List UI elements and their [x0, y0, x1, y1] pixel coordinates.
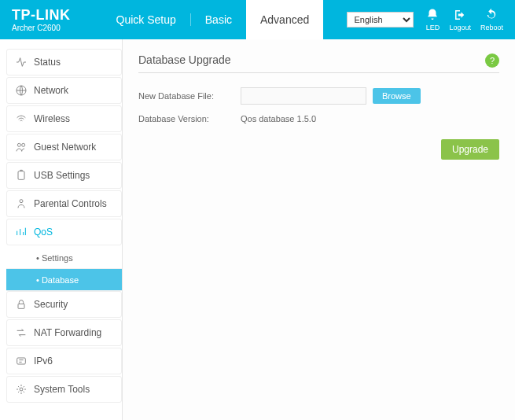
sidebar-item-parental-controls[interactable]: Parental Controls	[6, 190, 122, 217]
globe-icon	[15, 84, 28, 97]
sidebar-item-ipv6[interactable]: IPv6	[6, 348, 122, 374]
tab-quick-setup[interactable]: Quick Setup	[102, 0, 190, 39]
svg-rect-6	[17, 358, 26, 364]
svg-point-7	[20, 388, 23, 391]
led-button[interactable]: LED	[425, 8, 440, 31]
file-label: New Database File:	[138, 91, 241, 101]
browse-button[interactable]: Browse	[373, 88, 421, 104]
reboot-icon	[484, 8, 498, 22]
header-icons: LED Logout Reboot	[425, 8, 503, 31]
lock-icon	[15, 298, 28, 311]
tab-basic[interactable]: Basic	[191, 0, 246, 39]
sidebar-item-status[interactable]: Status	[6, 49, 122, 76]
sidebar-item-system-tools[interactable]: System Tools	[6, 376, 122, 403]
file-row: New Database File: Browse	[138, 87, 499, 105]
file-input[interactable]	[241, 87, 366, 105]
nat-icon	[15, 326, 28, 339]
version-value: Qos database 1.5.0	[241, 114, 316, 123]
gear-icon	[15, 383, 28, 396]
logout-button[interactable]: Logout	[449, 8, 471, 31]
usb-icon	[15, 169, 28, 182]
wifi-icon	[15, 112, 28, 125]
content: ? Database Upgrade New Database File: Br…	[123, 39, 515, 420]
bell-icon	[425, 8, 440, 22]
sidebar: Status Network Wireless Guest Network US…	[0, 39, 123, 420]
parental-icon	[15, 197, 28, 210]
qos-icon	[15, 226, 28, 238]
sidebar-item-wireless[interactable]: Wireless	[6, 105, 122, 132]
svg-point-4	[20, 200, 23, 203]
status-icon	[15, 56, 28, 68]
main: Status Network Wireless Guest Network US…	[0, 39, 515, 420]
guest-icon	[15, 141, 28, 153]
sidebar-item-usb-settings[interactable]: USB Settings	[6, 162, 122, 189]
brand-model: Archer C2600	[12, 24, 71, 32]
brand: TP-LINK Archer C2600	[12, 7, 71, 32]
help-icon[interactable]: ?	[485, 53, 499, 68]
svg-rect-5	[18, 304, 24, 308]
sidebar-item-guest-network[interactable]: Guest Network	[6, 134, 122, 160]
svg-point-2	[22, 143, 25, 146]
upgrade-button[interactable]: Upgrade	[441, 139, 499, 160]
svg-rect-3	[18, 171, 24, 180]
language-select[interactable]: English	[347, 12, 414, 28]
tab-advanced[interactable]: Advanced	[246, 0, 323, 39]
reboot-button[interactable]: Reboot	[480, 8, 503, 31]
version-label: Database Version:	[138, 114, 241, 123]
sidebar-item-network[interactable]: Network	[6, 77, 122, 104]
brand-logo: TP-LINK	[12, 7, 71, 24]
version-row: Database Version: Qos database 1.5.0	[138, 114, 499, 123]
header: TP-LINK Archer C2600 Quick Setup Basic A…	[0, 0, 515, 39]
svg-point-1	[17, 143, 20, 146]
page-title: Database Upgrade	[138, 53, 499, 73]
logout-icon	[453, 8, 467, 22]
sidebar-item-qos[interactable]: QoS	[6, 219, 122, 245]
sidebar-sub-database[interactable]: • Database	[6, 269, 122, 291]
nav-tabs: Quick Setup Basic Advanced	[102, 0, 324, 39]
sidebar-sub-settings[interactable]: • Settings	[6, 247, 122, 269]
ipv6-icon	[15, 355, 28, 367]
sidebar-item-nat-forwarding[interactable]: NAT Forwarding	[6, 319, 122, 346]
sidebar-item-security[interactable]: Security	[6, 291, 122, 318]
